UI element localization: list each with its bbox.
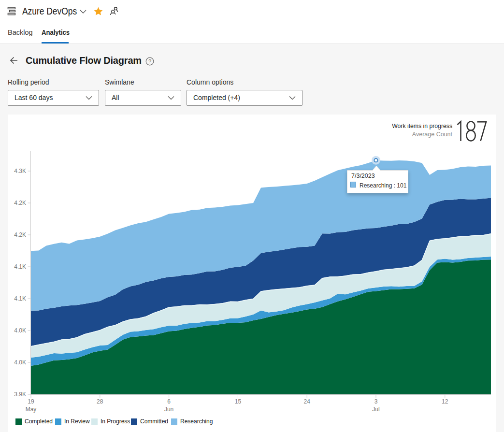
svg-text:4.2K: 4.2K <box>14 231 26 238</box>
svg-text:28: 28 <box>97 398 103 405</box>
svg-text:3: 3 <box>374 398 378 405</box>
svg-text:May: May <box>26 406 37 413</box>
svg-text:Jul: Jul <box>372 406 379 413</box>
svg-text:4.1K: 4.1K <box>14 295 26 302</box>
svg-text:12: 12 <box>442 398 448 405</box>
svg-text:4.0K: 4.0K <box>14 359 26 366</box>
svg-text:4.1K: 4.1K <box>14 263 26 270</box>
svg-text:4.0K: 4.0K <box>14 327 26 334</box>
svg-text:24: 24 <box>304 398 311 405</box>
svg-text:6: 6 <box>167 398 171 405</box>
svg-text:Jun: Jun <box>164 406 173 413</box>
svg-text:4.3K: 4.3K <box>14 168 26 174</box>
svg-text:15: 15 <box>235 398 242 405</box>
svg-text:?: ? <box>148 58 151 64</box>
svg-text:19: 19 <box>28 398 34 405</box>
svg-text:4.2K: 4.2K <box>14 200 26 206</box>
svg-text:3.9K: 3.9K <box>14 391 26 398</box>
